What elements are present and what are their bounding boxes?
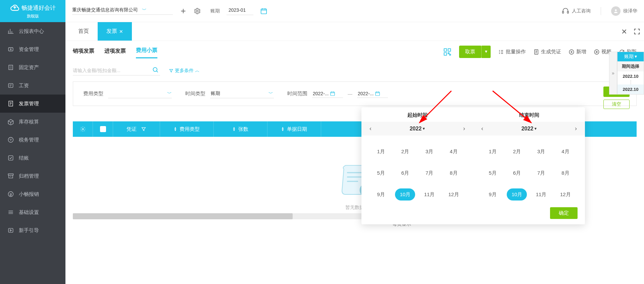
month-option[interactable]: 4月: [444, 146, 464, 158]
fetch-invoice-button[interactable]: 取票 ▾: [459, 46, 491, 58]
sidebar-item-close-book[interactable]: 结账: [0, 149, 65, 167]
month-option[interactable]: 9月: [483, 188, 503, 201]
svg-rect-17: [444, 53, 447, 55]
svg-rect-7: [8, 174, 13, 175]
scrollbar-thumb[interactable]: [73, 213, 293, 219]
period-option[interactable]: 2022.10: [617, 84, 644, 94]
month-option[interactable]: 12月: [555, 188, 576, 201]
month-option[interactable]: 3月: [419, 146, 440, 158]
horizontal-scrollbar[interactable]: [73, 213, 411, 219]
month-option[interactable]: 6月: [395, 167, 415, 179]
sidebar-item-label: 新手引导: [19, 227, 39, 234]
search-input[interactable]: [73, 66, 160, 75]
more-filters-toggle[interactable]: 更多条件 ︿: [169, 68, 200, 74]
next-year-button[interactable]: ›: [575, 125, 577, 132]
sub-tab[interactable]: 进项发票: [104, 48, 126, 58]
month-option[interactable]: 5月: [483, 167, 503, 179]
voucher-column[interactable]: 凭证: [113, 121, 160, 137]
checkbox-column[interactable]: [93, 121, 113, 137]
month-option[interactable]: 7月: [531, 167, 551, 179]
sub-tab[interactable]: 费用小票: [136, 47, 157, 58]
end-title: 结束时间: [473, 107, 585, 122]
gear-icon[interactable]: [194, 7, 201, 15]
date-to-input[interactable]: 2022-...: [357, 90, 388, 98]
year-selector[interactable]: 2022▾: [522, 126, 537, 132]
svg-rect-9: [8, 228, 13, 232]
sidebar-item-settings[interactable]: 基础设置: [0, 203, 65, 221]
month-option[interactable]: 2月: [507, 146, 527, 158]
prev-year-button[interactable]: ‹: [369, 125, 371, 132]
month-option[interactable]: 10月: [507, 188, 527, 201]
close-icon[interactable]: [621, 28, 628, 35]
batch-ops-button[interactable]: 批量操作: [498, 49, 526, 55]
search-icon[interactable]: [152, 66, 159, 75]
cloud-upload-icon: [10, 3, 19, 13]
chevron-down-icon[interactable]: ▾: [482, 46, 491, 58]
plus-circle-icon: [568, 49, 575, 55]
chevron-up-icon: ︿: [195, 68, 200, 74]
user-menu[interactable]: 徐泽华: [611, 6, 637, 16]
month-option[interactable]: 8月: [555, 167, 576, 179]
sidebar-item-invoice[interactable]: 发票管理: [0, 95, 65, 113]
close-icon[interactable]: ✕: [119, 29, 123, 34]
qrcode-icon[interactable]: [443, 48, 452, 56]
date-column[interactable]: ▲▼ 单据日期: [267, 121, 321, 137]
search-row: 更多条件 ︿: [73, 66, 637, 75]
count-column[interactable]: ▲▼ 张数: [214, 121, 267, 137]
month-option[interactable]: 5月: [371, 167, 391, 179]
expense-type-column[interactable]: ▲▼ 费用类型: [160, 121, 214, 137]
checkbox[interactable]: [100, 126, 106, 132]
settings-column[interactable]: [73, 121, 93, 137]
add-button[interactable]: 新增: [568, 49, 586, 55]
prev-year-button[interactable]: ‹: [481, 125, 483, 132]
sidebar-item-salary[interactable]: 工资: [0, 76, 65, 95]
sidebar-item-chart[interactable]: 云报表中心: [0, 22, 65, 40]
sidebar-item-guide[interactable]: 新手引导: [0, 221, 65, 239]
strip-head[interactable]: 账期 ▾: [617, 52, 644, 61]
sidebar-item-money[interactable]: 资金管理: [0, 40, 65, 58]
month-option[interactable]: 6月: [507, 167, 527, 179]
month-option[interactable]: 8月: [444, 167, 464, 179]
sidebar-item-reimburse[interactable]: 小畅报销: [0, 185, 65, 203]
fullscreen-icon[interactable]: [633, 28, 641, 35]
sub-tab[interactable]: 销项发票: [73, 48, 94, 58]
time-type-select[interactable]: 账期 ﹀: [210, 89, 274, 98]
clear-button[interactable]: 清空: [603, 100, 630, 109]
consult-button[interactable]: 人工咨询: [562, 7, 591, 15]
sidebar-item-stock[interactable]: 库存核算: [0, 113, 65, 131]
sidebar-item-label: 税务管理: [19, 137, 39, 143]
sidebar-item-tax[interactable]: 税务管理: [0, 131, 65, 149]
sidebar-item-building[interactable]: 固定资产: [0, 58, 65, 76]
company-selector[interactable]: 重庆畅捷交通信息咨询有限公司 ﹀: [72, 7, 173, 15]
confirm-button[interactable]: 确定: [550, 207, 578, 219]
tab-label: 发票: [106, 28, 117, 35]
sidebar-item-label: 工资: [19, 82, 29, 89]
plus-icon[interactable]: [180, 7, 187, 15]
sidebar-item-archive[interactable]: 归档管理: [0, 167, 65, 185]
expense-type-select[interactable]: ﹀: [108, 89, 172, 98]
month-option[interactable]: 7月: [419, 167, 440, 179]
month-option[interactable]: 4月: [555, 146, 576, 158]
month-option[interactable]: 9月: [371, 188, 391, 201]
month-option[interactable]: 11月: [531, 188, 551, 201]
month-option[interactable]: 10月: [395, 188, 415, 201]
period-value[interactable]: 2023-01: [227, 7, 253, 15]
month-option[interactable]: 12月: [444, 188, 464, 201]
gen-voucher-button[interactable]: 生成凭证: [533, 49, 561, 55]
month-option[interactable]: 11月: [419, 188, 440, 201]
month-option[interactable]: 3月: [531, 146, 551, 158]
month-option[interactable]: 1月: [483, 146, 503, 158]
date-from-input[interactable]: 2022-...: [312, 90, 343, 98]
tab[interactable]: 发票✕: [98, 22, 132, 41]
year-selector[interactable]: 2022▾: [410, 126, 425, 132]
month-option[interactable]: 2月: [395, 146, 415, 158]
next-year-button[interactable]: ›: [463, 125, 465, 132]
svg-rect-23: [376, 92, 380, 96]
month-option[interactable]: 1月: [371, 146, 391, 158]
strip-collapse-button[interactable]: »: [609, 52, 617, 95]
calendar-icon[interactable]: [260, 7, 267, 15]
guide-icon: [7, 227, 14, 234]
brand-name: 畅捷通好会计: [21, 4, 56, 12]
document-icon: [533, 49, 539, 55]
tab[interactable]: 首页: [69, 22, 98, 41]
